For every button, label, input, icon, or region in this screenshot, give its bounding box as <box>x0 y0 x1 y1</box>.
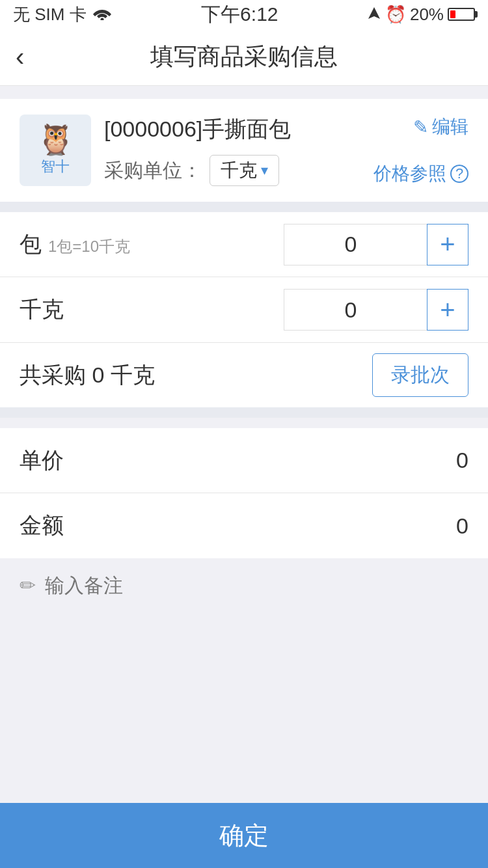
edit-icon: ✎ <box>413 116 428 138</box>
product-owl-icon: 🦉 <box>37 124 74 154</box>
product-image: 🦉 智十 <box>20 115 91 186</box>
wifi-icon <box>92 5 113 25</box>
product-card: 🦉 智十 [0000006]手撕面包 采购单位： 千克 ▾ ✎ 编辑 价格参照 … <box>0 99 488 202</box>
kg-plus-button[interactable]: + <box>427 289 468 331</box>
pack-label-group: 包 1包=10千克 <box>20 230 130 260</box>
status-time: 下午6:12 <box>201 1 278 28</box>
summary-text: 共采购 0 千克 <box>20 360 155 390</box>
input-section: 包 1包=10千克 + 千克 + <box>0 212 488 342</box>
pack-sub-label: 1包=10千克 <box>48 236 130 257</box>
kg-input-row: 千克 + <box>0 277 488 342</box>
svg-point-0 <box>100 18 103 20</box>
pack-plus-button[interactable]: + <box>427 224 468 265</box>
price-section: 单价 0 金额 0 <box>0 428 488 558</box>
status-bar: 无 SIM 卡 下午6:12 ⏰ 20% <box>0 0 488 29</box>
amount-value: 0 <box>456 513 468 539</box>
pack-input-row: 包 1包=10千克 + <box>0 212 488 277</box>
battery-icon <box>448 8 475 21</box>
location-icon <box>367 5 381 25</box>
price-ref-label: 价格参照 <box>373 161 446 186</box>
divider-1 <box>0 202 488 212</box>
amount-label: 金额 <box>20 511 64 541</box>
batch-button[interactable]: 录批次 <box>372 353 468 397</box>
remark-section: ✏ <box>0 558 488 612</box>
page-title: 填写商品采购信息 <box>150 41 338 73</box>
price-ref-info-icon: ? <box>450 165 468 183</box>
unit-select[interactable]: 千克 ▾ <box>210 155 279 186</box>
unit-price-row: 单价 0 <box>0 428 488 493</box>
back-button[interactable]: ‹ <box>16 42 24 72</box>
price-ref-button[interactable]: 价格参照 ? <box>373 161 468 186</box>
status-right: ⏰ 20% <box>367 5 475 25</box>
amount-row: 金额 0 <box>0 493 488 558</box>
unit-price-label: 单价 <box>20 446 64 476</box>
unit-value: 千克 <box>221 158 257 183</box>
summary-row: 共采购 0 千克 录批次 <box>0 342 488 407</box>
divider-2 <box>0 407 488 418</box>
pencil-icon: ✏ <box>20 574 36 597</box>
confirm-button[interactable]: 确定 <box>0 803 488 868</box>
edit-label: 编辑 <box>432 115 468 139</box>
kg-input-control: + <box>284 289 468 331</box>
product-brand: 智十 <box>41 157 70 176</box>
pack-label: 包 <box>20 230 42 260</box>
unit-price-value: 0 <box>456 448 468 473</box>
status-left: 无 SIM 卡 <box>13 3 113 26</box>
alarm-icon: ⏰ <box>385 5 406 25</box>
pack-input-control: + <box>284 224 468 265</box>
empty-content-area <box>0 612 488 834</box>
dropdown-arrow-icon: ▾ <box>261 162 268 179</box>
kg-label: 千克 <box>20 295 64 325</box>
battery-percent: 20% <box>410 5 444 25</box>
edit-button[interactable]: ✎ 编辑 <box>413 115 468 139</box>
kg-label-group: 千克 <box>20 295 64 325</box>
remark-input[interactable] <box>45 575 468 597</box>
no-sim-text: 无 SIM 卡 <box>13 3 87 26</box>
nav-bar: ‹ 填写商品采购信息 <box>0 29 488 86</box>
pack-input[interactable] <box>284 224 427 265</box>
unit-label: 采购单位： <box>104 157 202 184</box>
kg-input[interactable] <box>284 289 427 331</box>
